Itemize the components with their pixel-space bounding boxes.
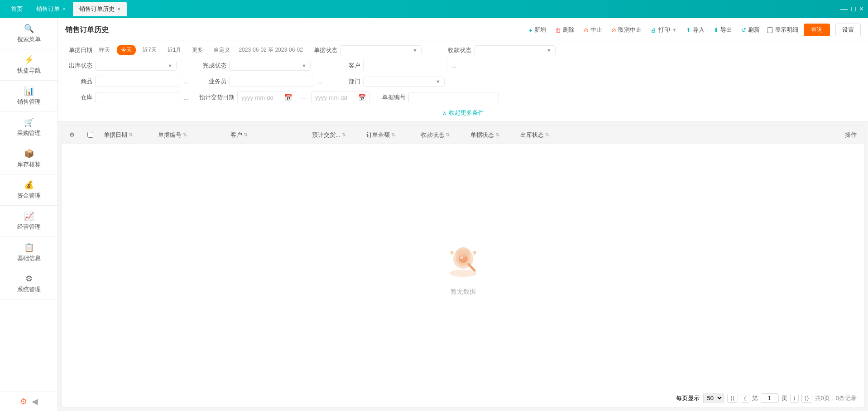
sidebar-settings-icon[interactable]: ⚙ (20, 396, 27, 406)
setting-button[interactable]: 设置 (835, 24, 861, 36)
next-page-button[interactable]: ⟩ (790, 394, 799, 403)
complete-filter-select[interactable]: ▼ (229, 61, 311, 71)
goods-dots-icon[interactable]: ... (182, 77, 191, 86)
export-button[interactable]: ⬇ 导出 (712, 25, 734, 35)
department-filter-select[interactable]: ▼ (363, 77, 445, 87)
min-button[interactable]: — (840, 5, 848, 13)
sidebar-item-system-label: 系统管理 (17, 285, 41, 294)
query-button[interactable]: 查询 (804, 24, 830, 36)
salesperson-filter-input[interactable] (229, 76, 313, 87)
sidebar-item-search[interactable]: 🔍 搜索菜单 (0, 18, 58, 49)
page-label-suffix: 页 (782, 394, 787, 402)
th-outbound[interactable]: 出库状态 ⇅ (517, 131, 571, 139)
search-menu-icon: 🔍 (24, 24, 34, 34)
page-label-pre: 第 (752, 394, 758, 402)
status-filter-select[interactable]: ▼ (340, 45, 422, 55)
tab-sales-order-history-label: 销售订单历史 (79, 5, 115, 13)
filter-payment-item: 收款状态 ▼ (444, 45, 571, 55)
refresh-button[interactable]: ↺ 刷新 (739, 25, 762, 35)
department-filter-label: 部门 (333, 77, 360, 86)
prev-page-button[interactable]: ⟨ (741, 394, 749, 403)
tab-sales-order-history-close[interactable]: × (117, 6, 120, 12)
th-receipt[interactable]: 收款状态 ⇅ (417, 131, 467, 139)
filter-status-item: 单据状态 ▼ (310, 45, 437, 55)
delivery-date-end-placeholder: yyyy-mm-dd (315, 94, 347, 101)
goods-filter-input[interactable] (95, 76, 179, 87)
payment-filter-select[interactable]: ▼ (474, 45, 556, 55)
sidebar-item-inventory[interactable]: 📦 库存核算 (0, 143, 58, 174)
sidebar-item-operations[interactable]: 📈 经营管理 (0, 206, 58, 237)
customer-filter-input[interactable] (363, 60, 447, 71)
customer-filter-label: 客户 (333, 62, 360, 70)
sidebar-item-quicknav[interactable]: ⚡ 快捷导航 (0, 49, 58, 81)
import-button[interactable]: ⬆ 导入 (684, 25, 706, 35)
last-page-button[interactable]: ⟩⟩ (801, 394, 812, 403)
cancel-stop-button[interactable]: ⊘ 取消中止 (609, 25, 643, 35)
outbound-arrow-icon: ▼ (168, 63, 173, 68)
collapse-button[interactable]: ∧ 收起更多条件 (442, 109, 484, 117)
stop-button[interactable]: ⊘ 中止 (582, 25, 604, 35)
max-button[interactable]: □ (851, 5, 856, 13)
sidebar-item-base[interactable]: 📋 基础信息 (0, 237, 58, 268)
sidebar-item-finance[interactable]: 💰 资金管理 (0, 174, 58, 206)
add-label: 新增 (534, 26, 546, 34)
tab-sales-order[interactable]: 销售订单 × (30, 2, 72, 16)
th-settings[interactable]: ⚙ (66, 131, 84, 138)
th-date[interactable]: 单据日期 ⇅ (100, 131, 154, 139)
th-delivery[interactable]: 预计交货... ⇅ (308, 131, 363, 139)
warehouse-dots-icon[interactable]: ... (182, 93, 191, 102)
tab-home[interactable]: 首页 (5, 2, 29, 16)
tab-sales-order-close[interactable]: × (62, 6, 66, 12)
add-button[interactable]: + 新增 (527, 25, 548, 35)
page-size-select[interactable]: 50 (703, 393, 724, 403)
date-chip-7days[interactable]: 近7天 (139, 45, 161, 55)
pagination: ⟨⟨ ⟨ 第 页 ⟩ ⟩⟩ 共0页，0条记录 (727, 393, 857, 403)
th-amount[interactable]: 订单金额 ⇅ (363, 131, 417, 139)
date-chip-yesterday[interactable]: 昨天 (95, 45, 114, 55)
first-page-button[interactable]: ⟨⟨ (727, 394, 738, 403)
import-label: 导入 (693, 26, 705, 34)
sidebar-item-purchase[interactable]: 🛒 采购管理 (0, 112, 58, 143)
warehouse-filter-label: 仓库 (65, 93, 92, 102)
page-number-input[interactable] (761, 393, 779, 403)
sales-icon: 📊 (24, 86, 34, 96)
tab-sales-order-history[interactable]: 销售订单历史 × (73, 2, 127, 16)
warehouse-filter-input[interactable] (95, 92, 179, 103)
th-number[interactable]: 单据编号 ⇅ (154, 131, 227, 139)
print-button[interactable]: 🖨 打印 ▼ (649, 25, 679, 35)
sidebar-item-sales[interactable]: 📊 销售管理 (0, 81, 58, 112)
th-customer[interactable]: 客户 ⇅ (227, 131, 308, 139)
date-chip-more[interactable]: 更多 (188, 45, 207, 55)
date-chip-custom[interactable]: 自定义 (210, 45, 234, 55)
th-number-sort-icon: ⇅ (183, 132, 187, 138)
svg-point-0 (450, 270, 477, 277)
th-status[interactable]: 单据状态 ⇅ (467, 131, 517, 139)
delivery-date-start[interactable]: yyyy-mm-dd 📅 (237, 92, 296, 103)
top-bar: 首页 销售订单 × 销售订单历史 × — □ × (0, 0, 868, 18)
delete-button[interactable]: 🗑 删除 (553, 25, 576, 35)
filter-salesperson-item: 业务员 ... (199, 76, 326, 87)
date-chip-today[interactable]: 今天 (117, 45, 136, 55)
export-icon: ⬇ (714, 27, 719, 34)
salesperson-filter-label: 业务员 (199, 77, 226, 86)
order-number-filter-input[interactable] (408, 92, 499, 103)
status-arrow-icon: ▼ (412, 48, 417, 53)
customer-dots-icon[interactable]: ... (450, 61, 459, 70)
th-checkbox[interactable] (84, 132, 100, 138)
filter-date-item: 单据日期 昨天 今天 近7天 近1月 更多 自定义 2023-06-02 至 2… (65, 45, 303, 55)
delivery-date-end[interactable]: yyyy-mm-dd 📅 (311, 92, 370, 103)
sidebar-item-purchase-label: 采购管理 (17, 129, 41, 137)
outbound-filter-select[interactable]: ▼ (95, 61, 177, 71)
sidebar-item-inventory-label: 库存核算 (17, 160, 41, 169)
display-detail-toggle[interactable]: 显示明细 (767, 26, 798, 34)
svg-line-4 (469, 264, 475, 271)
select-all-checkbox[interactable] (87, 132, 93, 138)
close-window-button[interactable]: × (859, 5, 863, 13)
salesperson-dots-icon[interactable]: ... (316, 77, 325, 86)
sidebar-collapse-icon[interactable]: ◀ (32, 396, 38, 406)
date-chip-1month[interactable]: 近1月 (163, 45, 186, 55)
th-customer-sort-icon: ⇅ (244, 132, 248, 138)
sidebar-item-system[interactable]: ⚙ 系统管理 (0, 268, 58, 300)
purchase-icon: 🛒 (24, 117, 34, 127)
display-detail-checkbox[interactable] (767, 27, 773, 33)
